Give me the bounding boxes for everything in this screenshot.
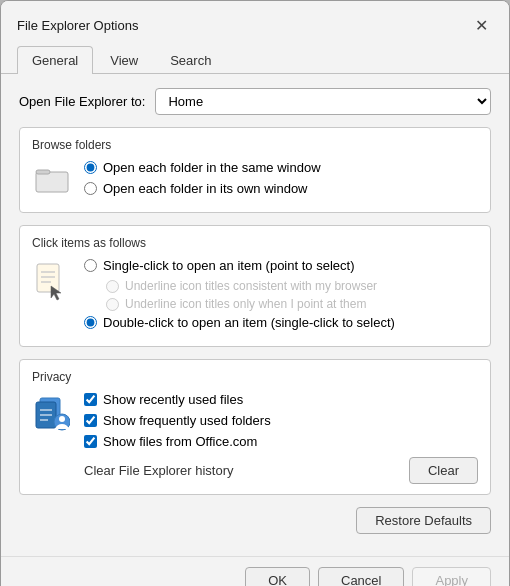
apply-button: Apply: [412, 567, 491, 586]
show-recent-checkbox[interactable]: [84, 393, 97, 406]
same-window-option[interactable]: Open each folder in the same window: [84, 160, 478, 175]
open-to-row: Open File Explorer to: Home This PC: [19, 88, 491, 115]
underline-suboptions: Underline icon titles consistent with my…: [84, 279, 478, 311]
browse-folders-options: Open each folder in the same window Open…: [84, 160, 478, 202]
svg-point-13: [59, 416, 65, 422]
own-window-option[interactable]: Open each folder in its own window: [84, 181, 478, 196]
show-frequent-checkbox[interactable]: [84, 414, 97, 427]
own-window-radio[interactable]: [84, 182, 97, 195]
double-click-option[interactable]: Double-click to open an item (single-cli…: [84, 315, 478, 330]
privacy-title: Privacy: [32, 370, 478, 384]
single-click-radio[interactable]: [84, 259, 97, 272]
tab-search[interactable]: Search: [155, 46, 226, 74]
tab-general[interactable]: General: [17, 46, 93, 74]
cancel-button[interactable]: Cancel: [318, 567, 404, 586]
show-frequent-option[interactable]: Show frequently used folders: [84, 413, 478, 428]
svg-rect-2: [37, 264, 59, 292]
single-click-option[interactable]: Single-click to open an item (point to s…: [84, 258, 478, 273]
tab-content: Open File Explorer to: Home This PC Brow…: [1, 74, 509, 556]
browse-folders-body: Open each folder in the same window Open…: [32, 160, 478, 202]
privacy-section: Privacy: [19, 359, 491, 495]
privacy-options: Show recently used files Show frequently…: [84, 392, 478, 484]
svg-rect-0: [36, 172, 68, 192]
underline-point-option: Underline icon titles only when I point …: [106, 297, 478, 311]
ok-button[interactable]: OK: [245, 567, 310, 586]
folder-icon: [32, 164, 72, 194]
double-click-label: Double-click to open an item (single-cli…: [103, 315, 395, 330]
show-office-option[interactable]: Show files from Office.com: [84, 434, 478, 449]
privacy-body: Show recently used files Show frequently…: [32, 392, 478, 484]
browse-folders-title: Browse folders: [32, 138, 478, 152]
restore-row: Restore Defaults: [19, 507, 491, 534]
same-window-label: Open each folder in the same window: [103, 160, 321, 175]
click-items-options: Single-click to open an item (point to s…: [84, 258, 478, 336]
show-office-checkbox[interactable]: [84, 435, 97, 448]
click-items-title: Click items as follows: [32, 236, 478, 250]
clear-history-label: Clear File Explorer history: [84, 463, 234, 478]
restore-defaults-button[interactable]: Restore Defaults: [356, 507, 491, 534]
dialog-footer: OK Cancel Apply: [1, 556, 509, 586]
tab-view[interactable]: View: [95, 46, 153, 74]
svg-rect-1: [36, 170, 50, 174]
double-click-radio[interactable]: [84, 316, 97, 329]
clear-button[interactable]: Clear: [409, 457, 478, 484]
click-icon: [32, 262, 72, 306]
open-to-label: Open File Explorer to:: [19, 94, 145, 109]
underline-point-label: Underline icon titles only when I point …: [125, 297, 366, 311]
show-recent-option[interactable]: Show recently used files: [84, 392, 478, 407]
click-items-body: Single-click to open an item (point to s…: [32, 258, 478, 336]
dialog-title: File Explorer Options: [17, 18, 138, 33]
click-icon-svg: [33, 262, 71, 306]
privacy-icon: [32, 392, 72, 439]
own-window-label: Open each folder in its own window: [103, 181, 308, 196]
click-items-section: Click items as follows: [19, 225, 491, 347]
folder-svg: [34, 164, 70, 194]
privacy-icon-svg: [32, 392, 70, 436]
underline-point-radio: [106, 298, 119, 311]
clear-history-row: Clear File Explorer history Clear: [84, 457, 478, 484]
show-recent-label: Show recently used files: [103, 392, 243, 407]
show-office-label: Show files from Office.com: [103, 434, 257, 449]
underline-browser-label: Underline icon titles consistent with my…: [125, 279, 377, 293]
title-bar: File Explorer Options ✕: [1, 1, 509, 37]
open-to-dropdown[interactable]: Home This PC: [155, 88, 491, 115]
underline-browser-option: Underline icon titles consistent with my…: [106, 279, 478, 293]
close-button[interactable]: ✕: [469, 13, 493, 37]
browse-folders-section: Browse folders Open each folder in the s…: [19, 127, 491, 213]
single-click-label: Single-click to open an item (point to s…: [103, 258, 354, 273]
show-frequent-label: Show frequently used folders: [103, 413, 271, 428]
tab-bar: General View Search: [1, 37, 509, 74]
underline-browser-radio: [106, 280, 119, 293]
file-explorer-options-dialog: File Explorer Options ✕ General View Sea…: [0, 0, 510, 586]
same-window-radio[interactable]: [84, 161, 97, 174]
